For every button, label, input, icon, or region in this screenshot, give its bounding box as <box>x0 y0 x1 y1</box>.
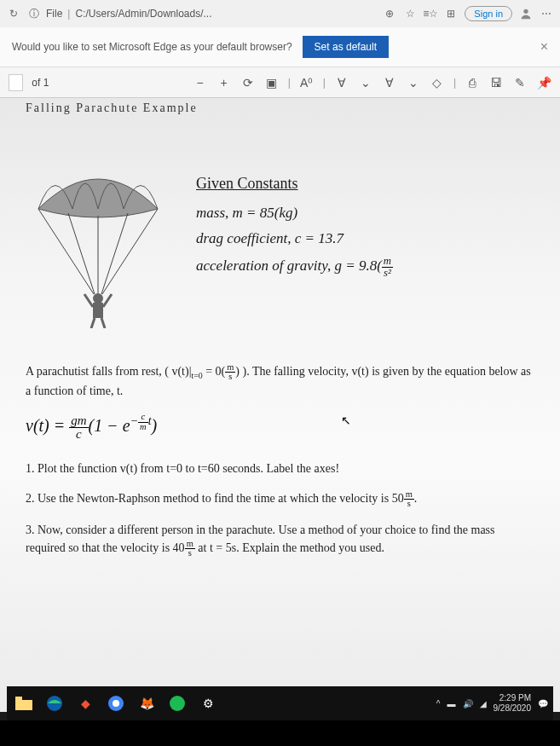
drag-line: drag coefficient, c = 13.7 <box>196 230 393 247</box>
file-explorer-icon[interactable] <box>12 691 36 715</box>
problem-statement: A parachutist falls from rest, ( v(t)|t=… <box>26 362 534 558</box>
collections-icon[interactable]: ⊞ <box>444 7 458 20</box>
pdf-document: Falling Parachute Example <box>0 98 560 712</box>
wifi-icon[interactable]: ◢ <box>480 699 487 708</box>
parachute-figure <box>26 158 170 328</box>
url-protocol: File <box>46 8 62 20</box>
rotate-icon[interactable]: ⟳ <box>240 75 256 90</box>
svg-line-10 <box>91 318 95 328</box>
close-banner-icon[interactable]: × <box>540 39 548 55</box>
svg-point-16 <box>113 700 119 707</box>
print-icon[interactable]: ⎙ <box>465 75 480 90</box>
monitor-bezel <box>0 720 560 746</box>
highlight-icon[interactable]: ∀ <box>382 75 397 90</box>
signin-button[interactable]: Sign in <box>465 6 512 21</box>
page-of-label: of 1 <box>32 77 49 89</box>
chevron-down-icon[interactable]: ⌄ <box>406 75 421 90</box>
save-as-icon[interactable]: ✎ <box>512 75 528 90</box>
question-2: 2. Use the Newton-Raphson method to find… <box>26 489 534 509</box>
pin-icon[interactable]: 📌 <box>536 75 551 90</box>
zoom-icon[interactable]: ⊕ <box>383 7 396 20</box>
pdf-toolbar: of 1 − + ⟳ ▣ | A⁰ | ∀ ⌄ ∀ ⌄ ◇ | ⎙ 🖫 ✎ 📌 <box>0 67 560 98</box>
svg-line-11 <box>101 318 105 328</box>
battery-icon[interactable]: ▬ <box>447 699 456 708</box>
svg-rect-13 <box>15 697 22 702</box>
url-path: C:/Users/Admin/Downloads/... <box>75 8 211 20</box>
tray-chevron-icon[interactable]: ^ <box>436 699 441 708</box>
more-icon[interactable]: ⋯ <box>540 7 553 20</box>
draw-icon[interactable]: ∀ <box>334 75 349 90</box>
profile-icon[interactable] <box>519 7 533 20</box>
notifications-icon[interactable]: 💬 <box>538 699 548 708</box>
svg-point-17 <box>170 696 185 711</box>
firefox-icon[interactable]: 🦊 <box>135 691 159 715</box>
question-1: 1. Plot the function v(t) from t=0 to t=… <box>26 460 534 477</box>
velocity-equation: v(t) = gmc(1 − e−cmt) <box>26 412 534 441</box>
zoom-in-icon[interactable]: + <box>216 75 232 90</box>
windows-taskbar: ◆ 🦊 ⚙ ^ ▬ 🔊 ◢ 2:29 PM 9/28/2020 💬 <box>7 686 553 720</box>
svg-line-1 <box>38 209 94 294</box>
svg-line-4 <box>101 213 128 294</box>
svg-rect-7 <box>93 303 103 318</box>
svg-line-9 <box>103 294 112 307</box>
mass-line: mass, m = 85(kg) <box>196 205 393 222</box>
svg-point-6 <box>93 293 103 304</box>
zoom-out-icon[interactable]: − <box>193 75 208 90</box>
page-number-input[interactable] <box>9 74 23 91</box>
url-divider: | <box>67 8 70 20</box>
url-bar[interactable]: ⓘ File | C:/Users/Admin/Downloads/... <box>27 7 376 20</box>
file-info-icon: ⓘ <box>27 7 41 20</box>
set-default-button[interactable]: Set as default <box>303 36 389 58</box>
volume-icon[interactable]: 🔊 <box>463 699 473 708</box>
question-3: 3. Now, consider a different person in t… <box>26 521 534 558</box>
doc-partial-title: Falling Parachute Example <box>26 98 534 132</box>
settings-icon[interactable]: ⚙ <box>196 691 220 715</box>
constants-heading: Given Constants <box>196 175 393 193</box>
browser-chrome: ↻ ⓘ File | C:/Users/Admin/Downloads/... … <box>0 0 560 27</box>
edge-icon[interactable] <box>43 691 66 715</box>
svg-line-5 <box>102 209 158 294</box>
default-browser-banner: Would you like to set Microsoft Edge as … <box>0 27 560 67</box>
gravity-line: acceleration of gravity, g = 9.8(ms² <box>196 256 393 279</box>
svg-point-0 <box>523 9 528 14</box>
chrome-icon[interactable] <box>104 691 128 715</box>
refresh-icon[interactable]: ↻ <box>7 7 20 20</box>
svg-line-8 <box>84 294 93 307</box>
read-aloud-icon[interactable]: A⁰ <box>299 75 315 90</box>
system-clock[interactable]: 2:29 PM 9/28/2020 <box>494 693 532 714</box>
spotify-icon[interactable] <box>165 691 189 715</box>
mouse-cursor-icon: ↖ <box>341 413 351 427</box>
constants-block: Given Constants mass, m = 85(kg) drag co… <box>196 158 393 328</box>
favorite-icon[interactable]: ☆ <box>403 7 417 20</box>
svg-line-2 <box>68 213 95 294</box>
fit-page-icon[interactable]: ▣ <box>264 75 280 90</box>
chevron-down-icon[interactable]: ⌄ <box>358 75 373 90</box>
erase-icon[interactable]: ◇ <box>430 75 445 90</box>
favorites-bar-icon[interactable]: ≡☆ <box>424 7 437 20</box>
save-icon[interactable]: 🖫 <box>488 75 504 90</box>
gitbash-icon[interactable]: ◆ <box>73 691 97 715</box>
banner-text: Would you like to set Microsoft Edge as … <box>12 41 292 53</box>
